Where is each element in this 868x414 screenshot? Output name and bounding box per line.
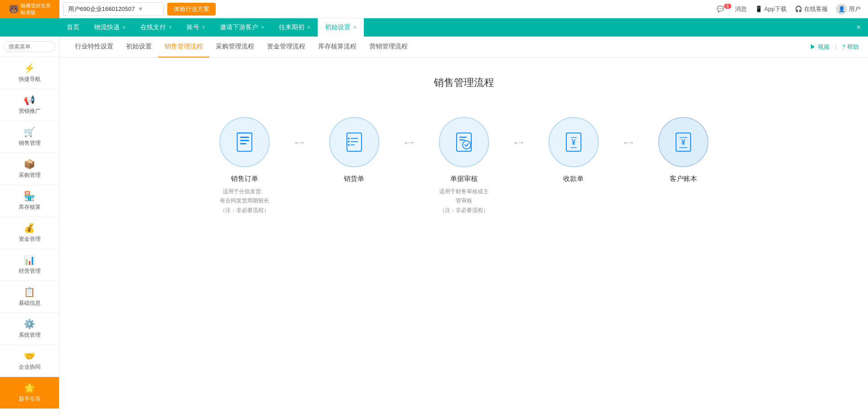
sidebar-item-marketing[interactable]: 📢 营销推广 [0, 89, 59, 121]
purchase-icon: 📦 [24, 159, 35, 170]
help-icon: ? [842, 43, 845, 50]
system-icon: ⚙️ [24, 318, 35, 329]
nav-tab-period[interactable]: 往来期初 × [272, 18, 318, 37]
user-name-label: 用户 [849, 5, 861, 13]
online-service-item[interactable]: 🎧 在线客服 [795, 5, 828, 13]
svg-point-6 [348, 138, 350, 139]
flow-circle-delivery [329, 117, 379, 167]
sub-tab-marketing-flow[interactable]: 营销管理流程 [363, 37, 414, 58]
top-bar-right: 💬 6 消息 📱 App下载 🎧 在线客服 👤 用户 [717, 4, 861, 15]
content-area: 行业特性设置 初始设置 销售管理流程 采购管理流程 资金管理流程 库存核算流程 … [59, 37, 868, 414]
nav-tab-logistics[interactable]: 物流快递 × [87, 18, 133, 37]
nav-tab-initial-setup[interactable]: 初始设置 × [318, 18, 364, 37]
service-label: 在线客服 [804, 5, 828, 13]
flow-arrow-4: ···→ [615, 117, 642, 148]
sidebar-item-finance[interactable]: 💰 资金管理 [0, 217, 59, 249]
nav-tab-account[interactable]: 账号 × [179, 18, 213, 37]
flow-desc-sales-order: 适用于分批发货、有合同发货周期较长（注：非必要流程） [220, 187, 269, 215]
flow-node-sales-order: 销售订单 适用于分批发货、有合同发货周期较长（注：非必要流程） [203, 117, 286, 215]
message-badge: 6 [724, 4, 731, 9]
video-link[interactable]: ▶ 视频 [810, 43, 830, 51]
sub-tab-finance-flow[interactable]: 资金管理流程 [261, 37, 312, 58]
svg-rect-2 [240, 140, 249, 141]
close-all-tabs[interactable]: × [849, 23, 868, 32]
flow-label-ledger: 客户账本 [670, 175, 697, 183]
top-bar: 🐻 畅康道好生意 标准版 用户690企业1660120507 ▼ 体验行业方案 … [0, 0, 868, 18]
play-icon: ▶ [810, 43, 816, 50]
close-icon[interactable]: × [353, 24, 357, 31]
logo[interactable]: 🐻 畅康道好生意 标准版 [0, 0, 59, 18]
sidebar-item-inventory[interactable]: 🏪 库存核算 [0, 185, 59, 217]
marketing-icon: 📢 [24, 95, 35, 106]
app-label: App下载 [764, 5, 787, 13]
sub-tab-sales-flow[interactable]: 销售管理流程 [158, 37, 209, 58]
flow-node-ledger: ¥ 客户账本 [642, 117, 724, 187]
sidebar-item-label: 快捷导航 [19, 75, 41, 83]
search-input[interactable] [4, 41, 55, 52]
newguide-icon: 🌟 [24, 382, 35, 393]
user-selector[interactable]: 用户690企业1660120507 ▼ [63, 2, 164, 16]
sidebar-search-area [0, 37, 59, 57]
sidebar-item-label: 营销推广 [19, 107, 41, 115]
close-icon[interactable]: × [202, 24, 205, 31]
inventory-icon: 🏪 [24, 191, 35, 202]
sidebar-item-label: 新手引导 [19, 395, 41, 403]
svg-rect-3 [240, 143, 246, 144]
nav-tab-invite[interactable]: 邀请下游客户 × [213, 18, 272, 37]
sidebar-item-label: 系统管理 [19, 331, 41, 339]
sidebar-item-collab[interactable]: 🤝 企业协同 [0, 345, 59, 377]
sidebar-item-label: 企业协同 [19, 363, 41, 371]
nav-tab-home[interactable]: 首页 [59, 18, 87, 37]
help-link[interactable]: ? 帮助 [842, 43, 859, 51]
flow-desc-audit: 适用于财务审核或主管审核（注：非必要流程） [439, 187, 489, 215]
flow-node-audit: 单据审核 适用于财务审核或主管审核（注：非必要流程） [423, 117, 505, 215]
finance-icon: 💰 [24, 223, 35, 234]
close-icon[interactable]: × [169, 24, 172, 31]
sub-tab-inventory-flow[interactable]: 库存核算流程 [312, 37, 363, 58]
sidebar-item-purchase[interactable]: 📦 采购管理 [0, 153, 59, 185]
top-bar-left: 🐻 畅康道好生意 标准版 用户690企业1660120507 ▼ 体验行业方案 [0, 0, 216, 18]
sub-tab-purchase-flow[interactable]: 采购管理流程 [209, 37, 261, 58]
svg-point-7 [348, 141, 350, 143]
sidebar-item-system[interactable]: ⚙️ 系统管理 [0, 313, 59, 345]
nav-tab-payment[interactable]: 在线支付 × [133, 18, 179, 37]
flow-arrow-1: ···→ [286, 117, 313, 148]
flow-label-receipt: 收款单 [563, 175, 584, 183]
sidebar-item-appcenter[interactable]: 🔲 应用中心 [0, 409, 59, 414]
sidebar-item-quicknav[interactable]: ⚡ 快捷导航 [0, 57, 59, 89]
message-icon: 💬 [717, 5, 724, 12]
close-icon[interactable]: × [307, 24, 310, 31]
flow-label-delivery: 销货单 [344, 175, 364, 183]
avatar: 👤 [836, 4, 847, 15]
sub-tab-industry[interactable]: 行业特性设置 [69, 37, 120, 58]
sidebar-item-label: 库存核算 [19, 203, 41, 211]
flow-section: 销售管理流程 销售订单 适用于分批发货、有合同发货周期较长（注 [59, 58, 868, 233]
basicinfo-icon: 📋 [24, 287, 35, 297]
app-download-item[interactable]: 📱 App下载 [755, 5, 787, 13]
sidebar-item-newguide[interactable]: 🌟 新手引导 [0, 377, 59, 409]
close-icon[interactable]: × [261, 24, 264, 31]
flow-label-sales-order: 销售订单 [231, 175, 258, 183]
message-icon-item[interactable]: 💬 6 消息 [717, 5, 747, 13]
sub-tabs-right: ▶ 视频 | ? 帮助 [810, 43, 859, 51]
flow-arrow-2: ···→ [395, 117, 423, 148]
sidebar-item-label: 经营管理 [19, 267, 41, 275]
trial-button[interactable]: 体验行业方案 [167, 3, 216, 16]
svg-rect-1 [240, 137, 249, 138]
collab-icon: 🤝 [24, 350, 35, 361]
sidebar-item-operations[interactable]: 📊 经营管理 [0, 249, 59, 281]
message-label: 消息 [735, 5, 747, 13]
phone-icon: 📱 [755, 5, 762, 12]
svg-rect-4 [236, 132, 253, 134]
operations-icon: 📊 [24, 255, 35, 265]
sidebar-item-sales[interactable]: 🛒 销售管理 [0, 121, 59, 153]
sidebar-item-basic-info[interactable]: 📋 基础信息 [0, 281, 59, 313]
svg-text:¥: ¥ [571, 138, 575, 146]
user-avatar-item[interactable]: 👤 用户 [836, 4, 861, 15]
main-layout: ⚡ 快捷导航 📢 营销推广 🛒 销售管理 📦 采购管理 🏪 库存核算 💰 资金管… [0, 37, 868, 414]
sub-tab-initial[interactable]: 初始设置 [120, 37, 158, 58]
flow-label-audit: 单据审核 [450, 175, 478, 183]
sidebar: ⚡ 快捷导航 📢 营销推广 🛒 销售管理 📦 采购管理 🏪 库存核算 💰 资金管… [0, 37, 59, 414]
nav-tabs: 首页 物流快递 × 在线支付 × 账号 × 邀请下游客户 × 往来期初 × 初始… [0, 18, 868, 37]
close-icon[interactable]: × [122, 24, 126, 31]
